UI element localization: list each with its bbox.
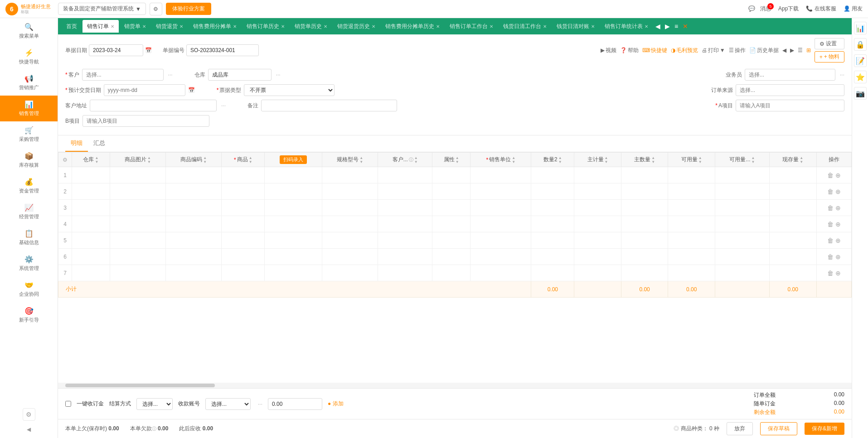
tab-close-all-btn[interactable]: ✕ bbox=[681, 23, 690, 30]
right-panel-lock-icon[interactable]: 🔒 bbox=[854, 38, 867, 51]
row-copy-icon[interactable]: ⊕ bbox=[835, 270, 841, 277]
order-source-input[interactable] bbox=[736, 84, 844, 96]
tab-sales-expense-history[interactable]: 销售费用分摊单历史 ✕ bbox=[381, 20, 444, 33]
add-material-button[interactable]: + + 物料 bbox=[815, 51, 844, 63]
tab-sales-workbench[interactable]: 销售订单工作台 ✕ bbox=[445, 20, 498, 33]
print-icon[interactable]: 🖨 打印 ▼ bbox=[702, 47, 725, 54]
tab-sales-return-history[interactable]: 销货退货历史 ✕ bbox=[333, 20, 380, 33]
delivery-input[interactable] bbox=[104, 84, 185, 96]
col-property[interactable]: 属性▲▼ bbox=[432, 153, 470, 167]
profit-icon[interactable]: ◑ 毛利预览 bbox=[671, 47, 698, 54]
sidebar-item-sales[interactable]: 📊 销售管理 bbox=[0, 96, 58, 121]
row-copy-icon[interactable]: ⊕ bbox=[835, 188, 841, 195]
shortcut-icon[interactable]: ⌨ 快捷键 bbox=[642, 47, 667, 54]
online-service-link[interactable]: 📞 在线客服 bbox=[806, 5, 836, 13]
tab-sales-return[interactable]: 销货退货 ✕ bbox=[151, 20, 188, 33]
tab-sales-delivery[interactable]: 销货单 ✕ bbox=[120, 20, 150, 33]
col-main-unit[interactable]: 主计量▲▼ bbox=[574, 153, 621, 167]
scan-button[interactable]: 扫码录入 bbox=[280, 155, 307, 164]
col-stock[interactable]: 现存量▲▼ bbox=[769, 153, 816, 167]
row-delete-icon[interactable]: 🗑 bbox=[827, 221, 834, 228]
message-badge[interactable]: 💬 5 消息 bbox=[748, 5, 771, 13]
save-draft-button[interactable]: 保存草稿 bbox=[760, 422, 797, 435]
sidebar-item-guide[interactable]: 🎯 新手引导 bbox=[0, 302, 58, 328]
row-copy-icon[interactable]: ⊕ bbox=[835, 204, 841, 212]
row-delete-icon[interactable]: 🗑 bbox=[827, 188, 834, 195]
tab-close-icon[interactable]: ✕ bbox=[233, 24, 237, 29]
sidebar-item-marketing[interactable]: 📢 营销推广 bbox=[0, 70, 58, 96]
col-customer-code[interactable]: 客户...ⓘ▲▼ bbox=[378, 153, 432, 167]
tab-close-icon[interactable]: ✕ bbox=[142, 24, 146, 29]
discard-button[interactable]: 放弃 bbox=[727, 422, 753, 435]
bank-more-icon[interactable]: ··· bbox=[258, 401, 262, 407]
system-settings-icon[interactable]: ⚙ bbox=[150, 3, 162, 15]
tab-sales-statistics[interactable]: 销售订单统计表 ✕ bbox=[600, 20, 653, 33]
col-product-code[interactable]: 商品编码▲▼ bbox=[166, 153, 222, 167]
add-payment-link[interactable]: ● 添加 bbox=[328, 400, 344, 408]
calendar-icon[interactable]: 📅 bbox=[145, 47, 152, 53]
remarks-input[interactable] bbox=[261, 100, 397, 111]
operation-icon[interactable]: ☰ 操作 bbox=[729, 47, 746, 54]
col-product[interactable]: *商品▲▼ bbox=[222, 153, 265, 167]
trial-button[interactable]: 体验行业方案 bbox=[166, 3, 211, 15]
bproject-input[interactable] bbox=[82, 115, 209, 127]
tab-daily-workbench[interactable]: 钱货日清工作台 ✕ bbox=[499, 20, 551, 33]
setting-button[interactable]: ⚙ 设置 bbox=[815, 38, 844, 49]
save-new-button[interactable]: 保存&新增 bbox=[805, 423, 844, 435]
row-delete-icon[interactable]: 🗑 bbox=[827, 204, 834, 212]
tab-detail[interactable]: 明细 bbox=[65, 135, 88, 152]
sidebar-item-collab[interactable]: 🤝 企业协同 bbox=[0, 276, 58, 302]
doc-date-input[interactable] bbox=[89, 44, 143, 56]
warehouse-more-icon[interactable]: ··· bbox=[276, 72, 281, 78]
delivery-calendar-icon[interactable]: 📅 bbox=[188, 87, 195, 93]
address-more-icon[interactable]: ··· bbox=[221, 102, 226, 109]
user-avatar[interactable]: 👤 用友 bbox=[844, 5, 863, 13]
row-delete-icon[interactable]: 🗑 bbox=[827, 172, 834, 179]
warehouse-input[interactable] bbox=[208, 69, 272, 81]
invoice-select[interactable]: 不开票 增值税普通发票 增值税专用发票 bbox=[244, 84, 335, 96]
tab-next-btn[interactable]: ▶ bbox=[663, 23, 672, 30]
right-panel-camera-icon[interactable]: 📷 bbox=[854, 87, 867, 100]
doc-number-input[interactable] bbox=[186, 44, 259, 56]
one-click-deposit-checkbox[interactable] bbox=[65, 401, 71, 407]
tab-close-icon[interactable]: ✕ bbox=[591, 24, 595, 29]
col-main-qty[interactable]: 主数量▲▼ bbox=[621, 153, 668, 167]
col-available2[interactable]: 可用量...▲▼ bbox=[715, 153, 769, 167]
grid-view-icon[interactable]: ⊞ bbox=[806, 47, 811, 53]
tab-sales-delivery-history[interactable]: 销货单历史 ✕ bbox=[290, 20, 332, 33]
settlement-select[interactable]: 选择... bbox=[136, 398, 173, 410]
right-panel-chart-icon[interactable]: 📊 bbox=[854, 22, 867, 34]
nav-prev-icon[interactable]: ◀ bbox=[782, 47, 786, 53]
row-copy-icon[interactable]: ⊕ bbox=[835, 221, 841, 228]
col-settings[interactable]: ⚙ bbox=[58, 153, 72, 167]
row-delete-icon[interactable]: 🗑 bbox=[827, 237, 834, 244]
tab-prev-btn[interactable]: ◀ bbox=[654, 23, 662, 30]
sidebar-item-basic[interactable]: 📋 基础信息 bbox=[0, 225, 58, 250]
nav-next-icon[interactable]: ▶ bbox=[790, 47, 794, 53]
tab-close-icon[interactable]: ✕ bbox=[179, 24, 183, 29]
table-scroll-area[interactable]: ⚙ 仓库▲▼ 商品图片▲▼ 商品编码▲▼ bbox=[58, 152, 852, 383]
col-scan[interactable]: 扫码录入 bbox=[265, 153, 322, 167]
deposit-amount-input[interactable] bbox=[268, 398, 322, 410]
col-qty2[interactable]: 数量2▲▼ bbox=[531, 153, 574, 167]
tab-summary[interactable]: 汇总 bbox=[88, 135, 111, 152]
tab-close-icon[interactable]: ✕ bbox=[436, 24, 440, 29]
tab-close-icon[interactable]: ✕ bbox=[111, 24, 114, 29]
col-gear-icon[interactable]: ⚙ bbox=[63, 157, 68, 163]
sidebar-item-purchase[interactable]: 🛒 采购管理 bbox=[0, 121, 58, 147]
tab-more-btn[interactable]: ≡ bbox=[673, 23, 680, 30]
staff-more-icon[interactable]: ··· bbox=[840, 72, 844, 78]
sidebar-item-search[interactable]: 🔍 搜索菜单 bbox=[0, 18, 58, 44]
tab-close-icon[interactable]: ✕ bbox=[490, 24, 493, 29]
sidebar-item-system[interactable]: ⚙️ 系统管理 bbox=[0, 250, 58, 276]
row-copy-icon[interactable]: ⊕ bbox=[835, 253, 841, 260]
sidebar-expand-btn[interactable]: ◀ bbox=[25, 424, 33, 434]
sidebar-item-finance[interactable]: 💰 资金管理 bbox=[0, 173, 58, 199]
row-delete-icon[interactable]: 🗑 bbox=[827, 270, 834, 277]
tab-daily-reconcile[interactable]: 钱货日清对账 ✕ bbox=[552, 20, 599, 33]
history-icon[interactable]: 📄 历史单据 bbox=[749, 47, 779, 54]
tab-sales-order-history[interactable]: 销售订单历史 ✕ bbox=[242, 20, 289, 33]
col-sales-unit[interactable]: *销售单位▲▼ bbox=[470, 153, 531, 167]
right-panel-note-icon[interactable]: 📝 bbox=[854, 54, 867, 67]
col-warehouse[interactable]: 仓库▲▼ bbox=[72, 153, 110, 167]
